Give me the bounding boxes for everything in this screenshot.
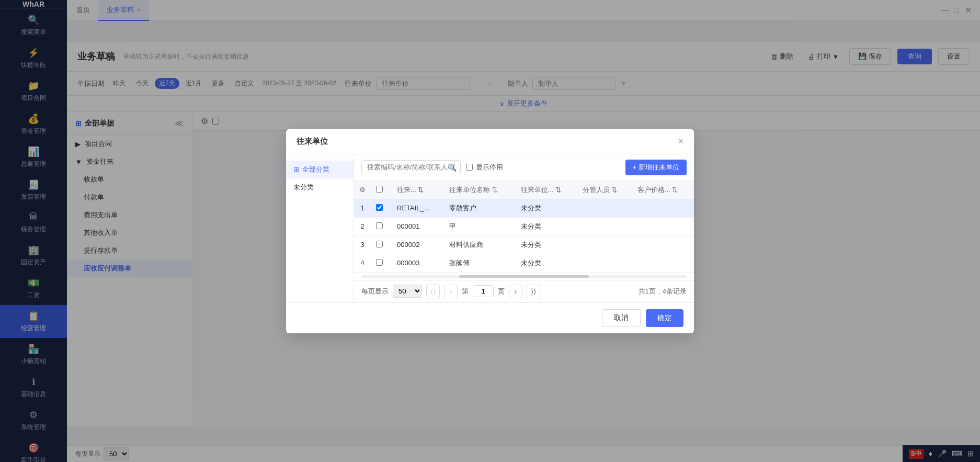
row-category: 未分类 <box>516 235 577 254</box>
th-code[interactable]: 往来... ⇅ <box>392 181 444 199</box>
modal-sidebar-all[interactable]: ⊞ 全部分类 <box>286 161 354 178</box>
modal-footer-bar: 每页显示 50 100 ⟨⟨ ‹ 第 页 › ⟩⟩ 共1页，4条记录 <box>354 280 694 302</box>
sort-icon2: ⇅ <box>492 186 498 194</box>
row-name: 张師傅 <box>444 254 516 272</box>
horizontal-scrollbar[interactable] <box>361 275 687 278</box>
modal-title: 往来单位 <box>297 137 328 147</box>
sort-icon3: ⇅ <box>555 186 561 194</box>
th-price[interactable]: 客户价格... ⇅ <box>632 181 694 199</box>
modal-search-input[interactable] <box>361 160 461 174</box>
modal-close-button[interactable]: × <box>678 137 683 146</box>
row-code: 000001 <box>392 217 444 235</box>
modal-search-icon: 🔍 <box>448 163 457 172</box>
modal-actions: 取消 确定 <box>286 302 694 333</box>
row-checkbox[interactable] <box>371 254 392 272</box>
row-checkbox[interactable] <box>371 217 392 235</box>
grid2-icon: ⊞ <box>293 165 299 173</box>
row-num: 3 <box>354 235 371 254</box>
row-manager <box>577 254 632 272</box>
sort-icon: ⇅ <box>418 186 424 194</box>
row-price <box>632 199 694 217</box>
last-page-button[interactable]: ⟩⟩ <box>527 285 540 298</box>
confirm-button[interactable]: 确定 <box>646 309 683 327</box>
row-code: 000003 <box>392 254 444 272</box>
modal-body: ⊞ 全部分类 未分类 🔍 显示停用 <box>286 154 694 302</box>
next-page-button[interactable]: › <box>509 285 522 298</box>
th-category[interactable]: 往来单位... ⇅ <box>516 181 577 199</box>
page-size-select[interactable]: 50 100 <box>393 285 422 298</box>
modal-table: ⚙ 往来... ⇅ 往来单位名称 ⇅ <box>354 181 694 273</box>
table-header-row: ⚙ 往来... ⇅ 往来单位名称 ⇅ <box>354 181 694 199</box>
scrollbar-thumb[interactable] <box>459 275 589 278</box>
th-name[interactable]: 往来单位名称 ⇅ <box>444 181 516 199</box>
row-price <box>632 217 694 235</box>
sort-icon5: ⇅ <box>672 186 678 194</box>
modal-sidebar: ⊞ 全部分类 未分类 <box>286 154 354 302</box>
row-manager <box>577 235 632 254</box>
th-checkbox <box>371 181 392 199</box>
row-category: 未分类 <box>516 217 577 235</box>
add-new-button[interactable]: + 新增往来单位 <box>625 160 687 175</box>
page-jump-label: 第 <box>462 287 469 296</box>
row-manager <box>577 217 632 235</box>
row-num: 4 <box>354 254 371 272</box>
row-checkbox[interactable] <box>371 199 392 217</box>
show-disabled-wrap: 显示停用 <box>466 163 503 172</box>
partner-modal: 往来单位 × ⊞ 全部分类 未分类 🔍 <box>286 129 694 333</box>
total-info: 共1页，4条记录 <box>639 287 687 296</box>
page-number-input[interactable] <box>473 285 494 297</box>
row-name: 甲 <box>444 217 516 235</box>
modal-sidebar-unclassified[interactable]: 未分类 <box>286 178 354 196</box>
row-price <box>632 235 694 254</box>
modal-header: 往来单位 × <box>286 129 694 154</box>
show-disabled-checkbox[interactable] <box>466 164 473 171</box>
modal-main: 🔍 显示停用 + 新增往来单位 ⚙ <box>354 154 694 302</box>
row-checkbox[interactable] <box>371 235 392 254</box>
settings-col-icon: ⚙ <box>359 186 366 194</box>
search-wrap: 🔍 <box>361 160 461 174</box>
page-size-label: 每页显示 <box>361 287 389 296</box>
show-disabled-label: 显示停用 <box>476 163 503 172</box>
row-num: 2 <box>354 217 371 235</box>
first-page-button[interactable]: ⟨⟨ <box>426 285 440 298</box>
th-settings: ⚙ <box>354 181 371 199</box>
row-num: 1 <box>354 199 371 217</box>
prev-page-button[interactable]: ‹ <box>444 285 458 298</box>
row-code: RETAIL_... <box>392 199 444 217</box>
table-row[interactable]: 4 000003 张師傅 未分类 <box>354 254 694 272</box>
row-manager <box>577 199 632 217</box>
table-row[interactable]: 3 000002 材料供应商 未分类 <box>354 235 694 254</box>
table-row[interactable]: 2 000001 甲 未分类 <box>354 217 694 235</box>
row-name: 零散客户 <box>444 199 516 217</box>
modal-select-all[interactable] <box>376 186 383 193</box>
row-category: 未分类 <box>516 199 577 217</box>
row-category: 未分类 <box>516 254 577 272</box>
sort-icon4: ⇅ <box>611 186 617 194</box>
th-manager[interactable]: 分管人员 ⇅ <box>577 181 632 199</box>
cancel-button[interactable]: 取消 <box>602 309 641 327</box>
page-label: 页 <box>498 287 505 296</box>
row-name: 材料供应商 <box>444 235 516 254</box>
modal-overlay: 往来单位 × ⊞ 全部分类 未分类 🔍 <box>0 0 980 462</box>
table-row[interactable]: 1 RETAIL_... 零散客户 未分类 <box>354 199 694 217</box>
row-price <box>632 254 694 272</box>
modal-toolbar: 🔍 显示停用 + 新增往来单位 <box>354 154 694 181</box>
row-code: 000002 <box>392 235 444 254</box>
